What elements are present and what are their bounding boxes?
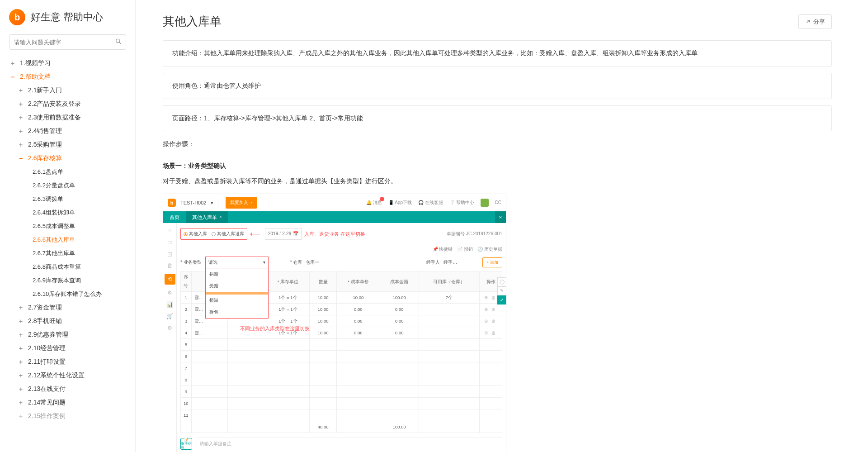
tree-item[interactable]: 2.12系统个性化设置	[9, 369, 126, 382]
date-picker: 2019-12-26 📅	[265, 228, 302, 240]
intro-panel: 功能介绍：其他入库单用来处理除采购入库、产成品入库之外的其他入库业务，因此其他入…	[163, 40, 832, 67]
annotation-text: 不同业务的入库类型在这里切换	[240, 324, 310, 333]
tree-item-stock[interactable]: 2.6库存核算	[9, 152, 126, 165]
intro-text: 其他入库单用来处理除采购入库、产成品入库之外的其他入库业务，因此其他入库单可处理…	[204, 49, 698, 57]
plus-icon	[17, 372, 24, 379]
embedded-screenshot: b TEST-H002 ▾ 我要加入→ 🔔 消息 📱 App下载 🎧 在线客服 …	[163, 194, 506, 452]
ss-left-rail: ⌂ ▭ ◳ 🗑 ⟲ ⚙ 📊 🛒 ⚙	[163, 223, 177, 452]
tree-item[interactable]: 2.11打印设置	[9, 355, 126, 369]
tree-item-video[interactable]: 1.视频学习	[9, 57, 126, 70]
rail-icon: 🗑	[166, 262, 174, 269]
intro-label: 功能介绍：	[172, 49, 204, 57]
dropdown-item: 损溢	[206, 295, 268, 306]
tree-leaf[interactable]: 2.6.3调拨单	[9, 192, 126, 206]
tree-item[interactable]: 2.13在线支付	[9, 382, 126, 396]
plus-icon	[17, 385, 24, 393]
svg-line-1	[119, 42, 121, 44]
tree-leaf[interactable]: 2.6.4组装拆卸单	[9, 206, 126, 219]
plus-icon	[17, 100, 24, 108]
tree-leaf[interactable]: 2.6.5成本调整单	[9, 219, 126, 233]
tree-leaf[interactable]: 2.6.10库存账本错了怎么办	[9, 287, 126, 301]
page-title: 其他入库单	[163, 14, 222, 29]
shortcut-link: 📌 快捷键	[433, 245, 453, 254]
tool-icon: ◯	[497, 277, 506, 286]
plus-icon	[17, 114, 24, 121]
tree-leaf[interactable]: 2.6.8商品成本重算	[9, 260, 126, 274]
warehouse-value: 仓库一	[306, 258, 319, 267]
close-icon: ×	[219, 213, 222, 222]
svg-point-0	[116, 39, 120, 43]
tab-home: 首页	[163, 211, 186, 223]
support-link: 🎧 在线客服	[418, 198, 443, 207]
home-icon: ⌂	[166, 227, 174, 234]
share-button[interactable]: 分享	[798, 14, 832, 29]
plus-icon	[17, 413, 24, 420]
plus-icon	[9, 60, 16, 67]
help-link: ❔ 帮助中心	[449, 198, 474, 207]
ss-company: TEST-H002	[180, 198, 206, 208]
annotation-arrow-icon: ⟵	[250, 227, 260, 241]
bell-icon: 🔔 消息	[366, 198, 382, 207]
chevron-down-icon: ▾	[211, 198, 213, 208]
tree-item[interactable]: 2.8手机旺铺	[9, 314, 126, 328]
tree-item[interactable]: 2.7资金管理	[9, 301, 126, 314]
plus-icon	[17, 87, 24, 94]
right-toolbar: ◯ ✎ ⤢	[497, 277, 506, 305]
plus-icon	[17, 304, 24, 311]
plus-icon	[17, 399, 24, 406]
scenario1-text: 对于受赠、盘盈或是拆装入库等不同的业务，是通过单据头【业务类型】进行区分。	[163, 175, 832, 187]
content-block: 操作步骤： 场景一：业务类型确认 对于受赠、盘盈或是拆装入库等不同的业务，是通过…	[163, 138, 832, 452]
memo-input: 请输入单据备注	[197, 438, 502, 450]
tree-leaf[interactable]: 2.6.9库存账本查询	[9, 274, 126, 287]
tree-item[interactable]: 2.15操作案例	[9, 409, 126, 423]
tree-item[interactable]: 2.5采购管理	[9, 138, 126, 152]
tree-item[interactable]: 2.1新手入门	[9, 84, 126, 97]
radio-on-icon	[184, 232, 188, 236]
tab-active: 其他入库单×	[186, 211, 228, 223]
tree-leaf-current[interactable]: 2.6.6其他入库单	[9, 233, 126, 247]
sidebar: b 好生意 帮助中心 1.视频学习 2.帮助文档 2.1新手入门 2.2产品安装…	[0, 0, 136, 452]
plus-icon	[17, 128, 24, 135]
search-input[interactable]	[9, 34, 126, 50]
nav-tree: 1.视频学习 2.帮助文档 2.1新手入门 2.2产品安装及登录 2.3使用前数…	[0, 57, 135, 423]
ss-topbar: b TEST-H002 ▾ 我要加入→ 🔔 消息 📱 App下载 🎧 在线客服 …	[163, 194, 506, 211]
plus-icon	[17, 318, 24, 325]
share-icon	[805, 19, 811, 24]
rail-icon-active: ⟲	[165, 274, 175, 285]
rail-icon: ⚙	[166, 289, 174, 296]
search-icon[interactable]	[115, 38, 122, 46]
radio-off-icon	[212, 232, 216, 236]
tree-item[interactable]: 2.4销售管理	[9, 124, 126, 138]
app-download-link: 📱 App下载	[388, 198, 412, 207]
memo-icon: 📝备注信息	[180, 438, 192, 450]
add-button: + 添加	[482, 257, 502, 267]
handler-value: 经手…	[443, 258, 457, 267]
rail-icon: ◳	[166, 250, 174, 257]
tree-item[interactable]: 2.9优惠券管理	[9, 328, 126, 342]
tree-item[interactable]: 2.2产品安装及登录	[9, 97, 126, 111]
minus-icon	[9, 73, 16, 81]
steps-label: 操作步骤：	[163, 138, 832, 150]
tree-item[interactable]: 2.3使用前数据准备	[9, 111, 126, 124]
doc-type-radio-group: 其他入库 其他入库退库	[180, 228, 247, 240]
path-panel: 页面路径：1、库存核算->库存管理->其他入库单 2、首页->常用功能	[163, 105, 832, 132]
tree-leaf[interactable]: 2.6.7其他出库单	[9, 247, 126, 260]
tree-leaf[interactable]: 2.6.1盘点单	[9, 165, 126, 179]
ss-join-button: 我要加入→	[226, 197, 257, 209]
tree-item-docs[interactable]: 2.帮助文档	[9, 70, 126, 84]
scenario1-title: 场景一：业务类型确认	[163, 162, 226, 169]
username: CC	[495, 198, 501, 207]
rail-icon: 📊	[166, 301, 174, 308]
role-text: 通常由仓管人员维护	[204, 82, 261, 89]
biz-type-select: 请选▾	[205, 257, 269, 268]
tool-icon: ✎	[497, 286, 506, 295]
dropdown-item: 受赠	[206, 280, 268, 292]
warehouse-label: * 仓库	[290, 258, 302, 267]
tree-item[interactable]: 2.14常见问题	[9, 396, 126, 409]
handler-label: 经手人	[426, 258, 440, 267]
tree-leaf[interactable]: 2.6.2分量盘点单	[9, 179, 126, 192]
plus-icon	[17, 331, 24, 338]
tool-icon-active: ⤢	[497, 295, 506, 305]
close-icon: ×	[495, 211, 506, 223]
tree-item[interactable]: 2.10经营管理	[9, 342, 126, 355]
